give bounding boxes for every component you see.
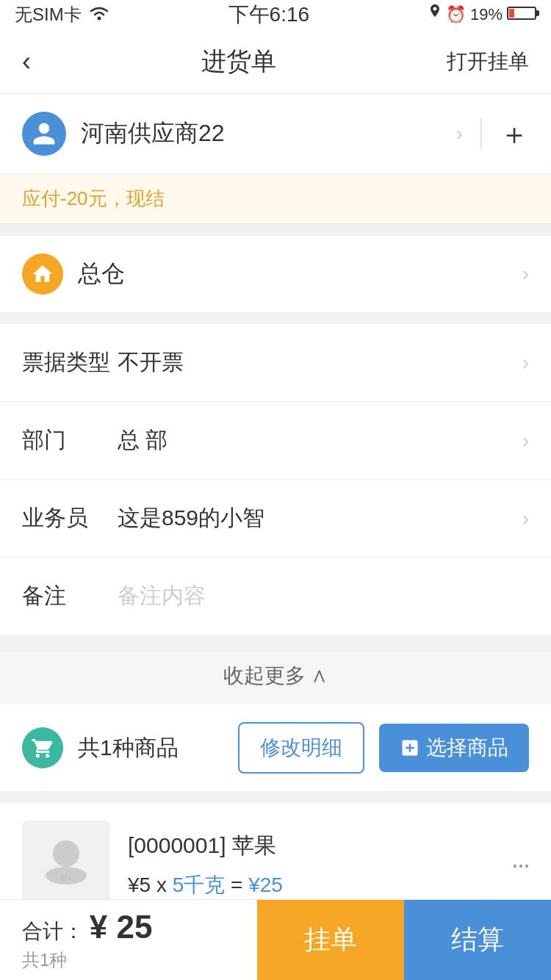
product-thumbnail: 智+ [22, 821, 110, 909]
warehouse-name: 总仓 [78, 258, 522, 290]
supplier-chevron-icon: › [456, 122, 463, 145]
svg-point-1 [53, 840, 79, 867]
open-hang-button[interactable]: 打开挂单 [447, 48, 529, 76]
product-name: [0000001] 苹果 [128, 831, 494, 861]
note-label: 备注 [22, 581, 118, 611]
total-label: 合计： [22, 920, 84, 943]
status-left: 无SIM卡 [15, 3, 109, 26]
battery-percent: 19% [470, 5, 503, 24]
salesman-chevron-icon: › [522, 507, 529, 530]
product-price: ¥5 x 5千克 = ¥25 [128, 871, 494, 899]
warehouse-section: 总仓 › [0, 236, 551, 312]
status-time: 下午6:16 [228, 1, 310, 29]
supplier-divider [480, 118, 482, 150]
product-code: [0000001] [128, 833, 226, 857]
product-more-button[interactable]: ··· [511, 849, 529, 880]
department-row[interactable]: 部门 总 部 › [0, 402, 551, 480]
supplier-name: 河南供应商22 [81, 118, 456, 150]
status-bar: 无SIM卡 下午6:16 ⏰ 19% [0, 0, 551, 29]
products-header: 共1种商品 修改明细 选择商品 [0, 705, 551, 791]
product-times: x [156, 873, 173, 896]
add-supplier-button[interactable]: ＋ [500, 114, 529, 154]
invoice-value: 不开票 [118, 347, 522, 378]
note-row[interactable]: 备注 备注内容 [0, 558, 551, 635]
salesman-row[interactable]: 业务员 这是859的小智 › [0, 480, 551, 558]
checkout-button[interactable]: 结算 [404, 900, 551, 981]
supplier-row[interactable]: 河南供应商22 › ＋ [0, 94, 551, 174]
edit-detail-button[interactable]: 修改明细 [238, 722, 364, 774]
select-product-label: 选择商品 [426, 734, 508, 762]
product-info: [0000001] 苹果 ¥5 x 5千克 = ¥25 [128, 831, 494, 899]
select-product-button[interactable]: 选择商品 [379, 724, 529, 772]
alarm-icon: ⏰ [446, 5, 466, 24]
page-title: 进货单 [201, 45, 276, 79]
collapse-bar[interactable]: 收起更多 ∧ [0, 647, 551, 705]
department-value: 总 部 [118, 425, 522, 455]
svg-point-0 [97, 17, 101, 21]
product-unit-price: ¥5 [128, 873, 151, 896]
total-count: 共1种 [22, 948, 235, 972]
nav-bar: ‹ 进货单 打开挂单 [0, 29, 551, 94]
department-chevron-icon: › [522, 429, 529, 453]
bottom-bar: 合计： ¥ 25 共1种 挂单 结算 [0, 899, 551, 980]
supplier-alert: 应付-20元，现结 [0, 174, 551, 224]
warehouse-row[interactable]: 总仓 › [0, 236, 551, 312]
department-label: 部门 [22, 425, 118, 455]
back-button[interactable]: ‹ [22, 46, 31, 77]
location-icon [428, 4, 442, 25]
svg-text:智+: 智+ [60, 874, 72, 882]
wifi-icon [89, 4, 109, 25]
note-input[interactable]: 备注内容 [118, 581, 529, 611]
product-quantity: 5千克 [173, 873, 226, 896]
total-amount: ¥ 25 [90, 909, 153, 945]
invoice-row[interactable]: 票据类型 不开票 › [0, 324, 551, 402]
invoice-label: 票据类型 [22, 347, 118, 378]
supplier-avatar [22, 112, 66, 156]
hang-button[interactable]: 挂单 [257, 900, 404, 981]
battery-icon [507, 5, 536, 24]
bottom-summary: 合计： ¥ 25 共1种 [0, 909, 257, 972]
carrier-text: 无SIM卡 [15, 3, 82, 26]
salesman-label: 业务员 [22, 503, 118, 533]
status-right: ⏰ 19% [428, 4, 536, 25]
product-equals: = [231, 873, 248, 896]
invoice-chevron-icon: › [522, 351, 529, 375]
supplier-section: 河南供应商22 › ＋ 应付-20元，现结 [0, 94, 551, 224]
salesman-value: 这是859的小智 [118, 503, 522, 533]
products-icon [22, 727, 63, 768]
warehouse-chevron-icon: › [522, 262, 529, 286]
product-title: 苹果 [232, 833, 276, 857]
product-total: ¥25 [248, 873, 283, 896]
form-section: 票据类型 不开票 › 部门 总 部 › 业务员 这是859的小智 › 备注 备注… [0, 324, 551, 635]
products-count: 共1种商品 [78, 733, 223, 763]
warehouse-icon [22, 253, 63, 295]
